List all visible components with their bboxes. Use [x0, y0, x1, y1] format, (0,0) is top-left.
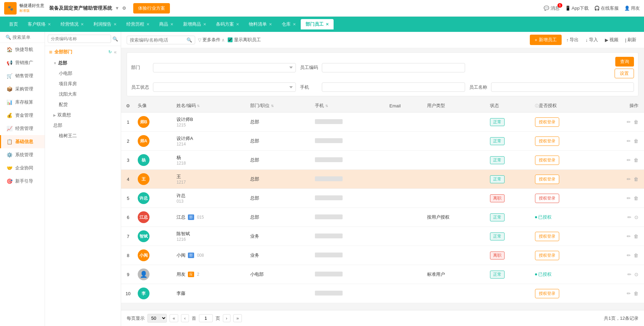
nav-tab-barcode[interactable]: 条码方案 ✕ — [211, 19, 244, 29]
page-size-select[interactable]: 50 10 20 100 — [147, 314, 167, 323]
dept-item-project[interactable]: 项目库房 — [48, 79, 121, 89]
copy-icon-6[interactable]: ⊙ — [634, 214, 638, 220]
filter-empcode-input[interactable] — [322, 63, 465, 72]
sidebar-item-collab[interactable]: 🤝 企业协同 — [0, 161, 45, 175]
auth-btn-8[interactable]: 授权登录 — [535, 251, 559, 260]
dept-item-zongbu[interactable]: ▼ 总部 — [48, 58, 121, 68]
del-icon-7[interactable]: 🗑 — [634, 234, 638, 239]
gear-icon[interactable]: ⚙ — [122, 6, 126, 11]
auth-btn-7[interactable]: 授权登录 — [535, 232, 559, 241]
filter-phone-input[interactable] — [322, 82, 465, 92]
dept-item-shenyang[interactable]: 沈阳大库 — [48, 89, 121, 99]
export-button[interactable]: ↑ 导出 — [564, 35, 581, 44]
dept-item-xiaodian[interactable]: 小电部 — [48, 68, 121, 79]
nav-tab-home[interactable]: 首页 — [4, 19, 23, 29]
system-dropdown-icon[interactable]: ▼ — [115, 6, 119, 11]
del-icon-10[interactable]: 🗑 — [634, 291, 638, 296]
dept-search-input[interactable] — [48, 35, 111, 43]
close-customer-icon[interactable]: ✕ — [48, 22, 51, 27]
nav-tab-operation[interactable]: 经营情况 ✕ — [56, 19, 89, 29]
print-button[interactable]: | 刷新 — [623, 35, 638, 44]
edit-icon-4[interactable]: ✏ — [627, 176, 631, 182]
edit-icon-7[interactable]: ✏ — [627, 234, 631, 239]
sidebar-item-purchase[interactable]: 📦 采购管理 — [0, 82, 45, 96]
filter-empname-input[interactable] — [491, 82, 634, 92]
employee-search-input[interactable] — [130, 37, 185, 43]
edit-icon-8[interactable]: ✏ — [627, 253, 631, 258]
th-dept[interactable]: 部门/职位 ⇅ — [247, 99, 312, 113]
nav-tab-bom[interactable]: 物料清单 ✕ — [244, 19, 277, 29]
del-icon-4[interactable]: 🗑 — [634, 176, 638, 182]
view-button[interactable]: ▶ 视频 — [603, 35, 620, 44]
close-new-goods-icon[interactable]: ✕ — [203, 22, 206, 27]
dept-collapse-icon[interactable]: « — [114, 49, 117, 55]
nav-tab-dept[interactable]: 部门员工 ✕ — [301, 19, 334, 29]
auth-btn-5[interactable]: 授权登录 — [535, 194, 559, 203]
edit-icon-3[interactable]: ✏ — [627, 157, 631, 163]
trial-button[interactable]: 体验行业方案 — [133, 3, 170, 14]
del-icon-3[interactable]: 🗑 — [634, 157, 638, 163]
nav-tab-history[interactable]: 经营历程 ✕ — [121, 19, 154, 29]
dept-item-shuanglu[interactable]: ▶ 双鹿想 — [48, 110, 121, 120]
auth-btn-3[interactable]: 授权登录 — [535, 156, 559, 165]
nav-tab-profit[interactable]: 利润报告 ✕ — [89, 19, 121, 29]
add-employee-button[interactable]: + 新增员工 — [530, 35, 562, 45]
auth-btn-4[interactable]: 授权登录 — [535, 175, 559, 184]
close-operation-icon[interactable]: ✕ — [81, 22, 84, 27]
del-icon-1[interactable]: 🗑 — [634, 119, 638, 125]
dept-refresh-icon[interactable]: ↻ — [108, 50, 112, 54]
sidebar-search-input[interactable] — [12, 35, 45, 40]
sidebar-item-sales[interactable]: 🛒 销售管理 — [0, 69, 45, 82]
sidebar-item-finance[interactable]: 💰 资金管理 — [0, 109, 45, 122]
del-icon-2[interactable]: 🗑 — [634, 138, 638, 144]
th-settings[interactable]: ⚙ — [121, 99, 135, 113]
auth-btn-10[interactable]: 授权登录 — [535, 289, 559, 298]
auth-btn-1[interactable]: 授权登录 — [535, 117, 559, 127]
filter-status-select[interactable] — [153, 82, 296, 92]
edit-icon-1[interactable]: ✏ — [627, 119, 631, 125]
close-bom-icon[interactable]: ✕ — [269, 22, 272, 27]
sidebar-item-shortcut[interactable]: 🏠 快捷导航 — [0, 43, 45, 56]
more-filter-button[interactable]: ▽ 更多条件 ∧ — [198, 37, 225, 43]
sidebar-item-marketing[interactable]: 📢 营销推广 — [0, 56, 45, 69]
show-resigned-checkbox[interactable] — [228, 37, 233, 42]
app-download-button[interactable]: 📱 App下载 — [565, 5, 589, 11]
nav-tab-customer[interactable]: 客户联络 ✕ — [23, 19, 56, 29]
close-history-icon[interactable]: ✕ — [146, 22, 149, 27]
import-button[interactable]: ↓ 导入 — [583, 35, 600, 44]
next-page-button[interactable]: › — [223, 314, 230, 322]
sidebar-item-basic[interactable]: 📋 基础信息 — [0, 135, 45, 148]
query-button[interactable]: 查询 — [615, 57, 634, 67]
edit-icon-5[interactable]: ✏ — [627, 195, 631, 201]
sidebar-item-system[interactable]: ⚙️ 系统管理 — [0, 148, 45, 161]
edit-icon-2[interactable]: ✏ — [627, 138, 631, 144]
prev-page-button[interactable]: ‹ — [181, 314, 189, 322]
close-warehouse-icon[interactable]: ✕ — [293, 22, 296, 27]
close-dept-icon[interactable]: ✕ — [326, 22, 329, 27]
close-barcode-icon[interactable]: ✕ — [236, 22, 239, 27]
close-profit-icon[interactable]: ✕ — [114, 22, 117, 27]
edit-icon-10[interactable]: ✏ — [627, 291, 631, 296]
filter-dept-select[interactable] — [153, 63, 296, 72]
nav-tab-warehouse[interactable]: 仓库 ✕ — [277, 19, 301, 29]
page-number-input[interactable] — [199, 314, 213, 322]
show-resigned-toggle[interactable]: 显示离职员工 — [228, 37, 261, 43]
nav-tab-goods[interactable]: 商品 ✕ — [154, 19, 178, 29]
notification-button[interactable]: 💬 消息 6 — [544, 5, 560, 11]
del-icon-5[interactable]: 🗑 — [634, 195, 638, 201]
auth-btn-2[interactable]: 授权登录 — [535, 136, 559, 146]
edit-icon-9[interactable]: ✏ — [627, 272, 632, 277]
dept-item-peihuo[interactable]: 配货 — [48, 99, 121, 110]
sidebar-item-operation[interactable]: 📈 经营管理 — [0, 122, 45, 135]
sidebar-item-inventory[interactable]: 📊 库存核算 — [0, 96, 45, 109]
dept-item-zongbu2[interactable]: 总部 — [48, 120, 121, 131]
dept-item-zhishu[interactable]: 植树王二 — [48, 131, 121, 141]
sidebar-item-guide[interactable]: 🎯 新手引导 — [0, 175, 45, 188]
edit-icon-6[interactable]: ✏ — [627, 214, 632, 220]
nav-tab-new-goods[interactable]: 新增商品 ✕ — [178, 19, 211, 29]
th-phone[interactable]: 手机 ⇅ — [312, 99, 387, 113]
dept-header[interactable]: ⊞ 全部部门 ↻ « — [45, 46, 121, 58]
close-goods-icon[interactable]: ✕ — [170, 22, 173, 27]
del-icon-8[interactable]: 🗑 — [634, 253, 638, 258]
online-service-button[interactable]: 🎧 在线客服 — [594, 5, 619, 11]
